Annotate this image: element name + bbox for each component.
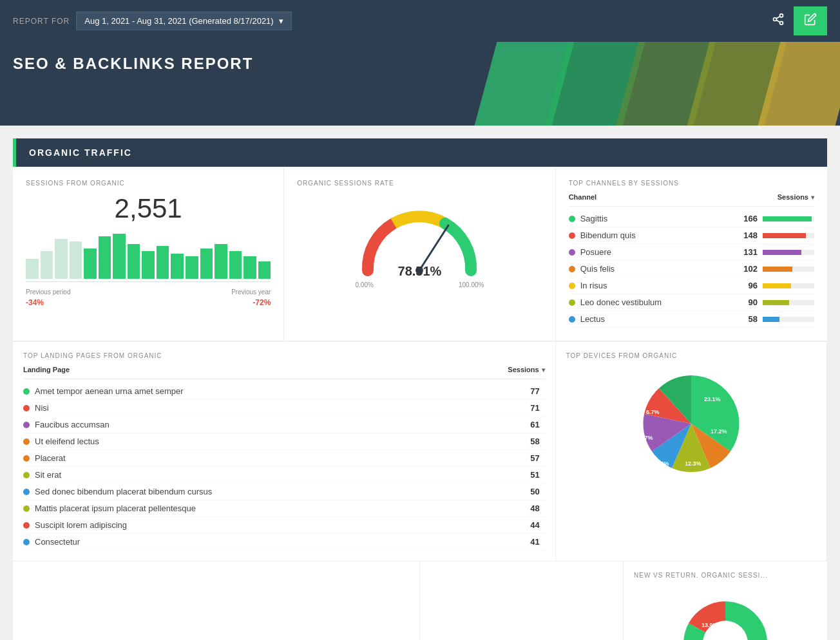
sessions-organic-value: 2,551 [26, 193, 271, 224]
channels-table: Sagittis 166 Bibendum quis 148 Posuere 1… [569, 211, 814, 328]
table-row: Consectetur 41 [23, 534, 545, 551]
dot-icon [23, 455, 30, 462]
landing-page-name: Suscipit lorem adipiscing [35, 520, 517, 530]
bar-item [55, 239, 68, 279]
channel-name: Leo donec vestibulum [580, 297, 735, 307]
gauge-container: 78.51% 0.00% 100.00% [297, 193, 542, 301]
bar-item [41, 251, 53, 279]
organic-traffic-header: ORGANIC TRAFFIC [13, 138, 827, 167]
prev-period-label: Previous period [26, 288, 70, 296]
channel-bar [763, 317, 814, 322]
channel-bar [763, 283, 814, 288]
svg-point-1 [774, 18, 777, 21]
bar-item [113, 234, 126, 279]
top-channels-card: TOP CHANNELS BY SESSIONS Channel Session… [556, 167, 827, 341]
landing-page-value: 57 [517, 453, 540, 463]
dot-icon [23, 505, 30, 512]
channel-value: 90 [735, 297, 758, 307]
table-row: Faucibus accumsan 61 [23, 417, 545, 433]
chevron-icon: ▾ [811, 194, 814, 201]
bar-item [99, 236, 111, 279]
sessions-organic-label: SESSIONS FROM ORGANIC [26, 180, 271, 187]
bar-item [171, 254, 184, 279]
channel-bar [763, 250, 814, 255]
table-row: Suscipit lorem adipiscing 44 [23, 517, 545, 534]
pie-label-3: 12.3% [685, 460, 702, 467]
channel-name: In risus [580, 281, 735, 290]
gauge-value: 78.51% [398, 264, 442, 279]
title-banner: SEO & BACKLINKS REPORT [0, 42, 840, 126]
share-button[interactable] [763, 6, 794, 35]
organic-traffic-section: ORGANIC TRAFFIC SESSIONS FROM ORGANIC 2,… [13, 138, 827, 640]
bar-item [243, 256, 256, 279]
channel-bar-fill [763, 283, 791, 288]
edit-icon [804, 13, 817, 26]
landing-page-value: 51 [517, 470, 540, 480]
table-row: Lectus 58 [569, 311, 814, 328]
landing-pages-card: TOP LANDING PAGES FROM ORGANIC Landing P… [13, 341, 556, 561]
table-row: Leo donec vestibulum 90 [569, 294, 814, 311]
landing-page-value: 48 [517, 504, 540, 513]
dot-icon [23, 422, 30, 428]
dot-icon [23, 472, 30, 478]
organic-rate-card: ORGANIC SESSIONS RATE [284, 167, 555, 341]
edit-button[interactable] [794, 6, 827, 35]
donut-chart: 86.1% 13.9% [674, 592, 777, 640]
landing-pages-table: Amet tempor aenean urna amet semper 77 N… [23, 383, 545, 551]
sessions-col-header[interactable]: Sessions ▾ [778, 193, 814, 201]
landing-page-value: 50 [517, 487, 540, 496]
gauge-min: 0.00% [355, 281, 373, 288]
channel-value: 102 [735, 264, 758, 274]
bar-item [70, 241, 82, 279]
dot-icon [23, 539, 30, 545]
landing-page-name: Sit erat [35, 470, 517, 480]
chevron-down-icon: ▾ [279, 16, 283, 26]
report-for-label: REPORT FOR [13, 17, 70, 26]
landing-page-name: Amet tempor aenean urna amet semper [35, 386, 517, 396]
landing-page-name: Faucibus accumsan [35, 420, 517, 429]
empty-space [13, 561, 420, 640]
channel-bar-fill [763, 233, 806, 238]
donut-label-2: 13.9% [702, 622, 718, 628]
organic-traffic-label: ORGANIC TRAFFIC [29, 147, 132, 158]
new-vs-return-row: NEW VS RETURN. ORGANIC SESSI... 86.1% [13, 561, 827, 640]
table-row: Quis felis 102 [569, 261, 814, 278]
share-icon [772, 13, 785, 26]
prev-year-label: Previous year [231, 288, 271, 296]
channel-value: 148 [735, 231, 758, 240]
donut-chart-container: 86.1% 13.9% [634, 585, 817, 640]
landing-page-value: 77 [517, 386, 540, 396]
dot-icon [23, 405, 30, 411]
pie-label-4: 12.0% [653, 460, 669, 467]
landing-page-name: Placerat [35, 453, 517, 463]
channel-bar [763, 233, 814, 238]
landing-page-name: Mattis placerat ipsum placerat pellentes… [35, 504, 517, 513]
channel-name: Sagittis [580, 214, 735, 223]
channel-bar-fill [763, 216, 812, 221]
landing-page-value: 44 [517, 520, 540, 530]
channel-bar-fill [763, 250, 801, 255]
landing-pages-table-header: Landing Page Sessions ▾ [23, 366, 545, 379]
top-stats-grid: SESSIONS FROM ORGANIC 2,551 Previous per… [13, 167, 827, 341]
bar-item [215, 244, 227, 279]
date-range-text: Aug 1, 2021 - Aug 31, 2021 (Generated 8/… [84, 16, 273, 26]
date-range-selector[interactable]: Aug 1, 2021 - Aug 31, 2021 (Generated 8/… [76, 12, 291, 30]
dot-icon [569, 232, 575, 239]
pie-chart-container: 23.1% 17.2% 12.3% 12.0% 8.7% 6.7% [566, 366, 816, 482]
prev-period-change: -34% [26, 298, 44, 307]
table-row: Ut eleifend lectus 58 [23, 433, 545, 450]
bar-item [128, 244, 140, 279]
dot-icon [23, 388, 30, 395]
channel-bar [763, 300, 814, 305]
chevron-icon-2: ▾ [542, 366, 545, 373]
landing-page-col: Landing Page [23, 366, 70, 373]
bar-item [258, 261, 271, 279]
pie-label-5: 8.7% [640, 435, 653, 441]
chart-changes: -34% -72% [26, 298, 271, 307]
top-devices-card: TOP DEVICES FROM ORGANIC [556, 341, 827, 561]
landing-sessions-col[interactable]: Sessions ▾ [508, 366, 544, 373]
main-content: ORGANIC TRAFFIC SESSIONS FROM ORGANIC 2,… [0, 126, 840, 640]
pie-label-1: 23.1% [704, 396, 721, 402]
gauge-max: 100.00% [459, 281, 484, 288]
bar-item [142, 251, 155, 279]
